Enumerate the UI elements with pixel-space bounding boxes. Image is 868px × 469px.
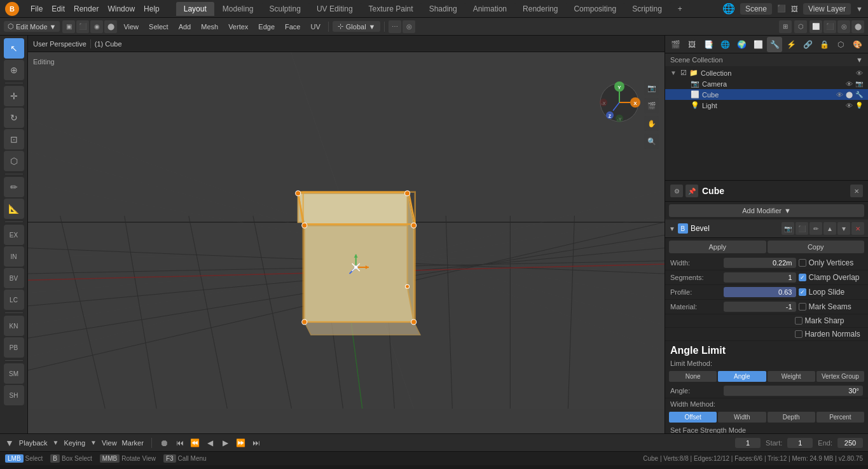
material-shading-btn[interactable]: ◎ bbox=[837, 20, 850, 33]
width-width-btn[interactable]: Width bbox=[718, 412, 766, 423]
move-tool-btn[interactable]: ✛ bbox=[4, 86, 24, 106]
tree-item-light[interactable]: 💡 Light 👁 💡 bbox=[665, 100, 868, 111]
prop-settings-btn[interactable]: ⚙ bbox=[670, 185, 683, 197]
limit-weight-btn[interactable]: Weight bbox=[768, 371, 815, 382]
filter-icon[interactable]: ▼ bbox=[856, 5, 863, 13]
uv-menu[interactable]: UV bbox=[307, 22, 324, 32]
tab-sculpting[interactable]: Sculpting bbox=[262, 2, 308, 16]
play-reverse-btn[interactable]: ◀ bbox=[204, 437, 217, 449]
cube-eye[interactable]: 👁 bbox=[836, 91, 843, 99]
mode-selector[interactable]: ⬡ Edit Mode ▼ bbox=[4, 21, 60, 32]
select-tool-btn[interactable]: ↖ bbox=[4, 38, 24, 59]
view-layer-props-btn[interactable]: 📑 bbox=[701, 37, 716, 52]
playback-menu[interactable]: Playback bbox=[19, 439, 48, 447]
prop-close-btn[interactable]: ✕ bbox=[850, 185, 863, 197]
limit-vertex-group-btn[interactable]: Vertex Group bbox=[816, 371, 864, 382]
render-props-btn[interactable]: 🎬 bbox=[668, 37, 683, 52]
grab-btn[interactable]: ✋ bbox=[644, 116, 659, 131]
collection-checkbox[interactable]: ☑ bbox=[680, 69, 687, 77]
segments-value[interactable]: 1 bbox=[724, 272, 796, 283]
xray-btn[interactable]: ⬡ bbox=[794, 20, 807, 33]
mod-down-btn[interactable]: ▼ bbox=[837, 222, 850, 235]
timeline-dropdown-icon[interactable]: ▼ bbox=[5, 438, 14, 448]
profile-value[interactable]: 0.63 bbox=[724, 287, 796, 297]
menu-edit[interactable]: Edit bbox=[48, 3, 69, 15]
view-layer-selector[interactable]: View Layer bbox=[803, 3, 851, 15]
menu-render[interactable]: Render bbox=[70, 3, 102, 15]
transform-tool-btn[interactable]: ⬡ bbox=[4, 151, 24, 171]
edge-menu[interactable]: Edge bbox=[254, 22, 279, 32]
keying-menu[interactable]: Keying bbox=[64, 439, 85, 447]
output-props-btn[interactable]: 🖼 bbox=[684, 37, 699, 52]
annotate-tool-btn[interactable]: ✏ bbox=[4, 177, 24, 197]
start-frame[interactable]: 1 bbox=[787, 438, 813, 448]
data-props-btn[interactable]: ⬡ bbox=[833, 37, 848, 52]
camera-eye[interactable]: 👁 bbox=[846, 80, 853, 88]
tab-shading[interactable]: Shading bbox=[422, 2, 465, 16]
playback-dropdown[interactable]: ▼ bbox=[53, 439, 59, 446]
smooth-btn[interactable]: SM bbox=[4, 363, 24, 384]
wireframe-btn[interactable]: ▣ bbox=[62, 20, 75, 33]
only-vertices-cb[interactable] bbox=[799, 259, 806, 267]
wireframe-shading-btn[interactable]: ⬜ bbox=[809, 20, 822, 33]
clamp-overlap-cb[interactable]: ✓ bbox=[799, 274, 806, 281]
constraints-props-btn[interactable]: 🔒 bbox=[816, 37, 832, 52]
copy-button[interactable]: Copy bbox=[768, 241, 865, 253]
filter-icon[interactable]: ▼ bbox=[856, 56, 863, 64]
loopcut-btn[interactable]: LC bbox=[4, 290, 24, 310]
tab-layout[interactable]: Layout bbox=[176, 2, 214, 16]
material-value[interactable]: -1 bbox=[724, 302, 796, 312]
add-menu[interactable]: Add bbox=[175, 22, 195, 32]
play-btn[interactable]: ▶ bbox=[219, 437, 232, 449]
mod-up-btn[interactable]: ▲ bbox=[823, 222, 836, 235]
solid-shading-btn[interactable]: ⬛ bbox=[823, 20, 836, 33]
menu-file[interactable]: File bbox=[27, 3, 46, 15]
blender-logo[interactable]: B bbox=[5, 2, 19, 16]
render-preview-btn[interactable]: 🎬 bbox=[644, 98, 659, 113]
bevel-btn[interactable]: BV bbox=[4, 268, 24, 288]
menu-window[interactable]: Window bbox=[104, 3, 139, 15]
width-percent-btn[interactable]: Percent bbox=[816, 412, 864, 423]
light-eye[interactable]: 👁 bbox=[846, 102, 853, 109]
vertex-menu[interactable]: Vertex bbox=[224, 22, 252, 32]
tree-item-collection[interactable]: ▼ ☑ 📁 Collection 👁 bbox=[665, 67, 868, 78]
rotate-tool-btn[interactable]: ↻ bbox=[4, 108, 24, 128]
scene-icon[interactable]: 🌐 bbox=[722, 3, 735, 15]
limit-none-btn[interactable]: None bbox=[669, 371, 717, 382]
physics-props-btn[interactable]: 🔗 bbox=[800, 37, 815, 52]
apply-button[interactable]: Apply bbox=[669, 241, 766, 253]
world-props-btn[interactable]: 🌍 bbox=[734, 37, 749, 52]
select-menu[interactable]: Select bbox=[145, 22, 172, 32]
current-frame[interactable]: 1 bbox=[735, 438, 761, 448]
tab-add[interactable]: + bbox=[670, 2, 690, 16]
scale-tool-btn[interactable]: ⊡ bbox=[4, 129, 24, 150]
record-btn[interactable]: ⏺ bbox=[160, 438, 169, 448]
inset-btn[interactable]: IN bbox=[4, 246, 24, 267]
mod-expand[interactable]: ▼ bbox=[669, 225, 675, 232]
polybuild-btn[interactable]: PB bbox=[4, 337, 24, 358]
face-menu[interactable]: Face bbox=[281, 22, 304, 32]
limit-angle-btn[interactable]: Angle bbox=[718, 371, 766, 382]
tab-rendering[interactable]: Rendering bbox=[515, 2, 565, 16]
tab-modeling[interactable]: Modeling bbox=[215, 2, 261, 16]
render-shading-btn[interactable]: ⬤ bbox=[851, 20, 864, 33]
tree-item-cube[interactable]: ⬜ Cube 👁 ⬤ 🔧 bbox=[665, 89, 868, 100]
modifier-props-btn[interactable]: 🔧 bbox=[767, 37, 782, 52]
loop-slide-cb[interactable]: ✓ bbox=[799, 288, 806, 296]
extrude-btn[interactable]: EX bbox=[4, 225, 24, 245]
camera-btn[interactable]: 📷 bbox=[644, 80, 659, 95]
tab-compositing[interactable]: Compositing bbox=[566, 2, 624, 16]
transform-orientation[interactable]: ⊹ Global ▼ bbox=[333, 21, 381, 32]
mark-seams-cb[interactable] bbox=[799, 303, 806, 311]
cursor-tool-btn[interactable]: ⊕ bbox=[4, 60, 24, 80]
step-back-btn[interactable]: ⏪ bbox=[189, 437, 202, 449]
width-depth-btn[interactable]: Depth bbox=[768, 412, 815, 423]
scene-props-btn[interactable]: 🌐 bbox=[717, 37, 733, 52]
end-frame[interactable]: 250 bbox=[837, 438, 863, 448]
viewport[interactable]: User Perspective (1) Cube Editing Y X Z bbox=[28, 36, 665, 433]
material-btn[interactable]: ◉ bbox=[90, 20, 103, 33]
view-menu[interactable]: View bbox=[102, 439, 117, 447]
object-props-btn[interactable]: ⬜ bbox=[750, 37, 766, 52]
zoom-btn[interactable]: 🔍 bbox=[644, 134, 659, 149]
menu-help[interactable]: Help bbox=[140, 3, 163, 15]
